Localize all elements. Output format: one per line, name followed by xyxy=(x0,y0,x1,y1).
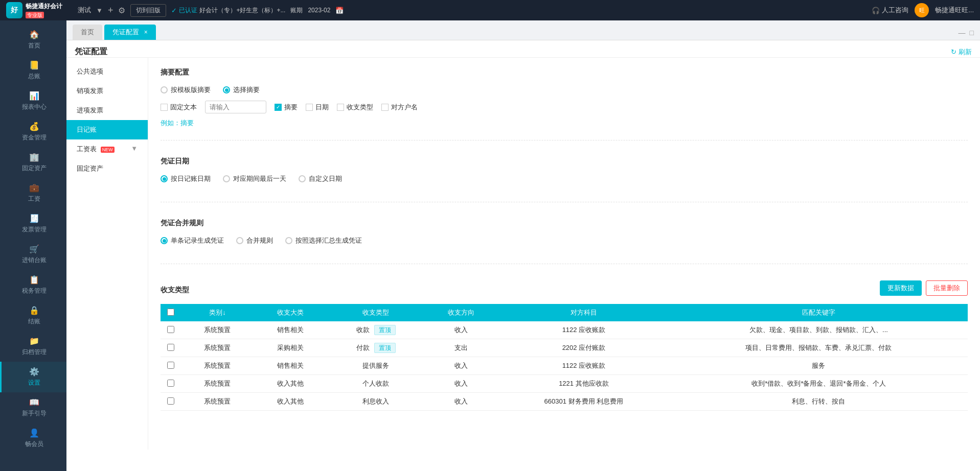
left-nav-purchase-invoice[interactable]: 进项发票 xyxy=(66,101,148,120)
minimize-button[interactable]: — xyxy=(959,29,966,37)
row1-checkbox[interactable] xyxy=(167,326,174,333)
tab-bar: 首页 凭证配置 × — □ xyxy=(66,20,980,40)
sidebar-item-guide[interactable]: 📖 新手引导 xyxy=(0,392,66,423)
table-header-category[interactable]: 类别↓ xyxy=(181,304,254,321)
row2-direction: 支出 xyxy=(425,339,498,357)
sidebar-item-ledger[interactable]: 📒 总账 xyxy=(0,55,66,86)
left-nav-salary-table[interactable]: 工资表 NEW ▼ xyxy=(66,139,148,159)
ledger-icon: 📒 xyxy=(29,60,39,70)
radio-period-last-label: 对应期间最后一天 xyxy=(233,174,286,183)
checkbox-fixed-text[interactable]: 固定文本 xyxy=(161,103,197,112)
sidebar-item-tax[interactable]: 📋 税务管理 xyxy=(0,270,66,300)
switch-version-button[interactable]: 切到旧版 xyxy=(130,4,166,17)
fixed-text-input[interactable] xyxy=(205,101,266,113)
certified-icon: ✓ xyxy=(171,7,177,14)
row3-checkbox-cell xyxy=(161,357,181,375)
batch-delete-button[interactable]: 批量删除 xyxy=(926,280,968,296)
table-row: 系统预置 销售相关 收款 置顶 收入 1122 应收账款 欠款、现金、项目款、到… xyxy=(161,321,968,339)
radio-journal-date[interactable]: 按日记账日期 xyxy=(161,174,211,183)
summary-config-section: 摘要配置 按模板版摘要 选择摘要 xyxy=(161,68,968,140)
row1-keywords: 欠款、现金、项目款、到款、报销款、汇入、... xyxy=(670,321,968,339)
row2-reset-tag[interactable]: 置顶 xyxy=(374,343,396,353)
sidebar-item-report[interactable]: 📊 报表中心 xyxy=(0,86,66,116)
radio-period-last-circle xyxy=(223,175,230,182)
headset-icon: 🎧 xyxy=(872,7,880,14)
sidebar-item-finance[interactable]: 💰 资金管理 xyxy=(0,116,66,147)
left-nav-public[interactable]: 公共选项 xyxy=(66,62,148,81)
radio-by-selection[interactable]: 按照选择汇总生成凭证 xyxy=(285,236,362,245)
radio-custom-date[interactable]: 自定义日期 xyxy=(299,174,342,183)
left-nav-fixed-assets[interactable]: 固定资产 xyxy=(66,159,148,178)
row1-type: 收款 置顶 xyxy=(327,321,425,339)
left-nav-sales-invoice[interactable]: 销项发票 xyxy=(66,81,148,101)
logo: 好 畅捷通好会计 专业版 xyxy=(6,2,73,19)
sidebar-item-member[interactable]: 👤 畅会员 xyxy=(0,423,66,454)
table-header-direction: 收支方向 xyxy=(425,304,498,321)
sidebar-item-home[interactable]: 🏠 首页 xyxy=(0,25,66,55)
left-nav-journal[interactable]: 日记账 xyxy=(66,120,148,139)
left-nav-journal-label: 日记账 xyxy=(77,126,97,133)
sidebar-item-archive[interactable]: 📁 归档管理 xyxy=(0,331,66,362)
checkbox-type[interactable]: 收支类型 xyxy=(337,103,373,112)
logo-sub: 专业版 xyxy=(26,12,44,18)
update-data-button[interactable]: 更新数据 xyxy=(880,280,922,296)
left-nav-salary-table-label: 工资表 xyxy=(77,145,97,153)
checkbox-counterpart[interactable]: 对方户名 xyxy=(381,103,418,112)
sidebar-item-salary[interactable]: 💼 工资 xyxy=(0,178,66,208)
row3-checkbox[interactable] xyxy=(167,362,174,369)
tab-home[interactable]: 首页 xyxy=(73,25,102,40)
merge-rules-radio-group: 单条记录生成凭证 合并规则 按照选择汇总生成凭证 xyxy=(161,236,968,245)
tab-close-icon[interactable]: × xyxy=(144,29,148,36)
dropdown-arrow-icon[interactable]: ▼ xyxy=(96,7,103,14)
status-detail: 好会计（专）+好生意（标）+... xyxy=(199,6,285,15)
add-icon[interactable]: + xyxy=(108,5,113,16)
voucher-date-section: 凭证日期 按日记账日期 对应期间最后一天 xyxy=(161,157,968,202)
table-row: 系统预置 采购相关 付款 置顶 支出 2202 应付账款 项目、日常费用、报销款… xyxy=(161,339,968,357)
report-icon: 📊 xyxy=(29,91,39,101)
row5-checkbox[interactable] xyxy=(167,397,174,405)
row4-checkbox[interactable] xyxy=(167,380,174,387)
tab-bar-actions: — □ xyxy=(959,29,974,37)
radio-period-last[interactable]: 对应期间最后一天 xyxy=(223,174,286,183)
example-text: 例如：摘要 xyxy=(161,119,968,128)
row4-type: 个人收款 xyxy=(327,375,425,393)
tab-voucher-config[interactable]: 凭证配置 × xyxy=(104,25,156,40)
radio-merge[interactable]: 合并规则 xyxy=(236,236,273,245)
income-expense-title: 收支类型 xyxy=(161,286,189,295)
checkbox-summary[interactable]: ✓ 摘要 xyxy=(275,103,298,112)
row3-category: 系统预置 xyxy=(181,357,254,375)
sidebar-item-purchases[interactable]: 🛒 进销台账 xyxy=(0,239,66,270)
invoice-icon: 🧾 xyxy=(29,214,39,223)
row2-checkbox-cell xyxy=(161,339,181,357)
consult-button[interactable]: 🎧 人工咨询 xyxy=(872,6,908,15)
left-nav-fixed-assets-label: 固定资产 xyxy=(77,164,103,172)
calendar-icon[interactable]: 📅 xyxy=(335,7,344,14)
row4-direction: 收入 xyxy=(425,375,498,393)
refresh-button[interactable]: ↻ 刷新 xyxy=(951,48,972,57)
radio-single-circle xyxy=(161,237,168,244)
sidebar-item-assets[interactable]: 🏢 固定资产 xyxy=(0,147,66,178)
close-books-icon: 🔒 xyxy=(29,305,39,315)
row1-reset-tag[interactable]: 置顶 xyxy=(374,325,396,335)
content-area: 首页 凭证配置 × — □ 凭证配置 ↻ 刷新 xyxy=(66,20,980,471)
left-nav-sales-invoice-label: 销项发票 xyxy=(77,87,103,95)
radio-template[interactable]: 按模板版摘要 xyxy=(161,85,211,95)
sidebar-label-settings: 设置 xyxy=(28,379,40,387)
sidebar-label-salary: 工资 xyxy=(28,195,40,203)
merge-rules-section: 凭证合并规则 单条记录生成凭证 合并规则 xyxy=(161,219,968,264)
radio-custom-date-circle xyxy=(299,175,306,182)
sidebar-item-settings[interactable]: ⚙️ 设置 xyxy=(0,362,66,392)
radio-single[interactable]: 单条记录生成凭证 xyxy=(161,236,224,245)
sidebar-item-close[interactable]: 🔒 结账 xyxy=(0,300,66,331)
settings-icon[interactable]: ⚙ xyxy=(118,6,125,15)
row2-checkbox[interactable] xyxy=(167,344,174,351)
select-all-checkbox[interactable] xyxy=(167,309,174,316)
sidebar-item-invoice[interactable]: 🧾 发票管理 xyxy=(0,208,66,239)
radio-select-circle xyxy=(223,86,230,93)
row5-category: 系统预置 xyxy=(181,393,254,411)
left-nav-public-label: 公共选项 xyxy=(77,67,103,75)
maximize-button[interactable]: □ xyxy=(970,29,974,37)
radio-select[interactable]: 选择摘要 xyxy=(223,85,260,95)
checkbox-date[interactable]: 日期 xyxy=(306,103,329,112)
sidebar-label-close: 结账 xyxy=(28,317,40,326)
